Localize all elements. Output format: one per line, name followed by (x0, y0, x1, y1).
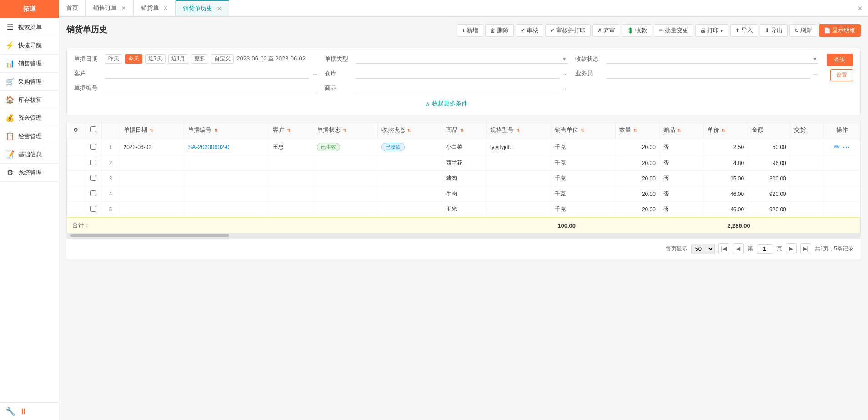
close-tab-sales-delivery[interactable]: ✕ (163, 5, 168, 11)
col-check[interactable] (85, 121, 101, 139)
doc-type-select-wrap[interactable]: ▾ (356, 54, 568, 64)
tab-sales-order[interactable]: 销售订单 ✕ (86, 0, 134, 16)
date-custom-btn[interactable]: 自定义 (211, 54, 234, 64)
col-qty[interactable]: 数量 ⇅ (615, 121, 659, 139)
col-gift[interactable]: 赠品 ⇅ (659, 121, 703, 139)
docno-input[interactable] (105, 83, 317, 93)
col-setting[interactable]: ⚙ (67, 121, 85, 139)
row-check[interactable] (85, 202, 101, 217)
pay-status-select-wrap[interactable]: ▾ (606, 54, 818, 64)
edit-op-btn[interactable]: ✏ (834, 143, 840, 151)
row-checkbox[interactable] (90, 175, 96, 181)
tab-home[interactable]: 首页 (59, 0, 86, 16)
close-tab-sales-order[interactable]: ✕ (121, 5, 126, 11)
doc-type-input[interactable] (356, 54, 568, 64)
row-customer (269, 202, 313, 217)
business-input[interactable] (606, 69, 810, 79)
sidebar-item-finance[interactable]: 💰 资金管理 (0, 109, 59, 127)
batch-change-button[interactable]: ✏ 批量变更 (654, 24, 693, 37)
sidebar-item-sales-mgmt[interactable]: 📊 销售管理 (0, 55, 59, 73)
sidebar-item-inventory[interactable]: 🏠 库存核算 (0, 91, 59, 109)
row-price: 4.80 (704, 155, 748, 171)
col-doc-status[interactable]: 单据状态 ⇅ (313, 121, 377, 139)
settings-bottom-icon[interactable]: 🔧 (5, 406, 15, 416)
table-row: 1 2023-06-02 SA-20230602-0 王总 已生效 已收款 小白… (67, 139, 860, 155)
business-dots[interactable]: ··· (813, 70, 818, 77)
col-price[interactable]: 单价 ⇅ (704, 121, 748, 139)
pause-bottom-icon[interactable]: ⏸ (19, 407, 27, 416)
row-checkbox[interactable] (90, 206, 96, 212)
doc-no-link[interactable]: SA-20230602-0 (188, 144, 229, 150)
row-checkbox[interactable] (90, 160, 96, 165)
date-7days-btn[interactable]: 近7天 (145, 54, 166, 64)
total-info: 共1页，5条记录 (815, 245, 853, 253)
show-detail-button[interactable]: 📄 显示明细 (819, 24, 861, 37)
sidebar-item-search-menu[interactable]: ☰ 搜索菜单 (0, 18, 59, 36)
show-detail-icon: 📄 (824, 27, 831, 34)
next-page-btn[interactable]: ▶ (786, 243, 797, 254)
row-doc-no[interactable]: SA-20230602-0 (184, 139, 269, 155)
col-spec[interactable]: 规格型号 ⇅ (486, 121, 551, 139)
doc-status-badge: 已生效 (317, 143, 340, 151)
sidebar-item-ops-mgmt[interactable]: 📋 经营管理 (0, 127, 59, 145)
sidebar-item-system-mgmt[interactable]: ⚙ 系统管理 (0, 164, 59, 182)
row-check[interactable] (85, 171, 101, 186)
import-button[interactable]: ⬆ 导入 (730, 24, 758, 37)
prev-page-btn[interactable]: ◀ (733, 243, 744, 254)
col-goods[interactable]: 商品 ⇅ (442, 121, 486, 139)
sidebar-item-quick-nav[interactable]: ⚡ 快捷导航 (0, 36, 59, 55)
row-checkbox[interactable] (90, 190, 96, 196)
date-yesterday-btn[interactable]: 昨天 (105, 54, 122, 64)
col-unit[interactable]: 销售单位 ⇅ (551, 121, 615, 139)
row-unit: 千克 (551, 139, 615, 155)
warehouse-dots[interactable]: ··· (563, 70, 568, 77)
row-doc-no[interactable] (184, 155, 269, 171)
customer-input[interactable] (105, 69, 309, 79)
current-page-input[interactable] (757, 244, 773, 254)
row-no: 3 (101, 171, 120, 186)
query-button[interactable]: 查询 (827, 54, 853, 66)
select-all-checkbox[interactable] (90, 126, 96, 132)
row-checkbox[interactable] (90, 144, 96, 150)
tab-sales-history[interactable]: 销货单历史 ✕ (176, 0, 229, 16)
row-check[interactable] (85, 186, 101, 202)
date-today-btn[interactable]: 今天 (125, 54, 142, 64)
audit-button[interactable]: ✔ 审核 (516, 24, 543, 37)
sidebar-item-purchase-mgmt[interactable]: 🛒 采购管理 (0, 73, 59, 91)
add-button[interactable]: + 新增 (457, 24, 483, 37)
warehouse-input[interactable] (356, 69, 559, 79)
tabs-close-all[interactable]: ✕ (852, 1, 868, 15)
date-1month-btn[interactable]: 近1月 (168, 54, 189, 64)
goods-dots[interactable]: ··· (563, 85, 568, 92)
col-doc-no[interactable]: 单据编号 ⇅ (184, 121, 269, 139)
export-button[interactable]: ⬇ 导出 (760, 24, 788, 37)
collapse-btn[interactable]: ∧ 收起更多条件 (74, 98, 818, 110)
refresh-button[interactable]: ↻ 刷新 (789, 24, 817, 37)
row-doc-no[interactable] (184, 186, 269, 202)
print-button[interactable]: 🖨 打印 ▾ (695, 24, 728, 37)
row-check[interactable] (85, 139, 101, 155)
tab-sales-delivery[interactable]: 销货单 ✕ (134, 0, 176, 16)
abandon-button[interactable]: ✗ 弃审 (592, 24, 620, 37)
more-op-btn[interactable]: ⋯ (843, 143, 850, 151)
col-customer[interactable]: 客户 ⇅ (269, 121, 313, 139)
last-page-btn[interactable]: ▶| (800, 243, 811, 254)
row-doc-no[interactable] (184, 171, 269, 186)
close-tab-sales-history[interactable]: ✕ (217, 5, 221, 12)
col-doc-date[interactable]: 单据日期 ⇅ (120, 121, 184, 139)
row-amount: 96.00 (748, 155, 790, 171)
collect-button[interactable]: 💲 收款 (622, 24, 652, 37)
page-size-select[interactable]: 50 100 200 (691, 244, 715, 254)
date-more-btn[interactable]: 更多 (191, 54, 208, 64)
audit-print-button[interactable]: ✔ 审核并打印 (545, 24, 591, 37)
pay-status-input[interactable] (606, 54, 818, 64)
goods-input[interactable] (356, 83, 559, 93)
row-check[interactable] (85, 155, 101, 171)
first-page-btn[interactable]: |◀ (718, 243, 729, 254)
row-doc-no[interactable] (184, 202, 269, 217)
delete-button[interactable]: 🗑 删除 (485, 24, 514, 37)
sidebar-item-basic-info[interactable]: 📝 基础信息 (0, 145, 59, 164)
customer-dots[interactable]: ··· (312, 70, 317, 77)
col-pay-status[interactable]: 收款状态 ⇅ (377, 121, 442, 139)
setting-button[interactable]: 设置 (830, 69, 853, 81)
